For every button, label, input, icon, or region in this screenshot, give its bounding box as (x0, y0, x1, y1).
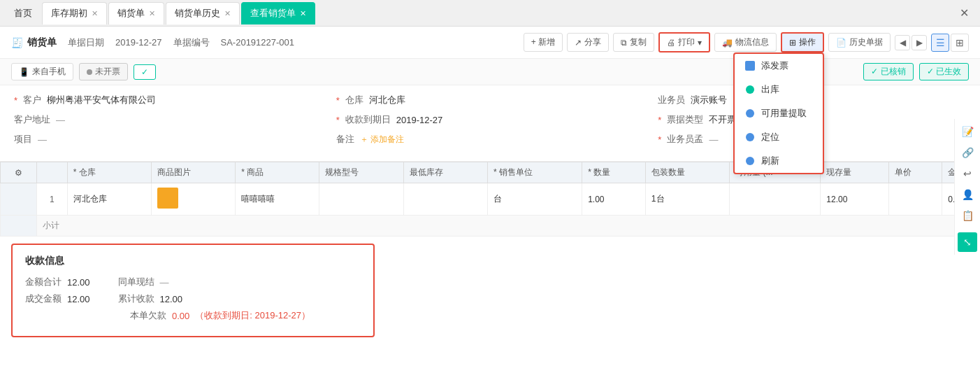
phone-icon: 📱 (19, 67, 29, 77)
tab-inventory-init[interactable]: 库存期初 ✕ (42, 2, 107, 24)
copy-button[interactable]: ⧉ 复制 (613, 33, 654, 52)
grid-view-button[interactable]: ⊞ (951, 34, 969, 52)
due-date-field: * 收款到期日 2019-12-27 (336, 113, 644, 126)
history-button[interactable]: 📄 历史单据 (828, 33, 891, 52)
cumulative-receipt-value: 12.00 (160, 294, 183, 304)
tab-sales-history-close[interactable]: ✕ (224, 9, 231, 18)
col-warehouse: * 仓库 (67, 162, 151, 183)
receipt-row-3: 本单欠款 0.00 （收款到期日: 2019-12-27） (25, 309, 361, 322)
right-sidebar: 📝 🔗 ↩ 👤 📋 ⤡ (954, 119, 980, 255)
col-product-img: 商品图片 (151, 162, 235, 183)
sidebar-icon-list[interactable]: 📋 (958, 206, 977, 225)
project-value: — (38, 134, 47, 145)
staff2-label: 业务员孟 (667, 133, 703, 146)
address-value: — (56, 115, 65, 125)
total-amount-value: 12.00 (67, 277, 90, 288)
doc-title-text: 销货单 (27, 36, 57, 49)
col-min-stock: 最低库存 (403, 162, 487, 183)
sidebar-icon-undo[interactable]: ↩ (958, 164, 977, 183)
sidebar-icon-expand[interactable]: ⤡ (958, 232, 977, 252)
tab-sales-history[interactable]: 销货单历史 ✕ (166, 2, 240, 24)
share-button[interactable]: ↗ 分享 (567, 33, 609, 52)
tab-sales-order[interactable]: 销货单 ✕ (108, 2, 164, 24)
staff-value: 演示账号 (691, 94, 727, 106)
tab-bar: 首页 库存期初 ✕ 销货单 ✕ 销货单历史 ✕ 查看销货单 ✕ ✕ (0, 0, 980, 27)
cumulative-receipt-label: 累计收款 (118, 293, 154, 305)
col-row-num (36, 162, 67, 183)
col-current-stock: 现存量 (821, 162, 889, 183)
tab-check-sales-label: 查看销货单 (250, 7, 296, 20)
sidebar-icon-link[interactable]: 🔗 (958, 143, 977, 162)
receipt-row-2: 成交金额 12.00 累计收款 12.00 (25, 293, 361, 305)
locate-label: 定位 (761, 131, 779, 143)
new-button[interactable]: + 新增 (524, 33, 563, 52)
list-view-button[interactable]: ☰ (931, 34, 949, 52)
current-arrears-field: 本单欠款 0.00 （收款到期日: 2019-12-27） (130, 309, 310, 322)
print-dropdown-arrow: ▾ (698, 38, 702, 48)
tab-home[interactable]: 首页 (6, 2, 41, 24)
row-num: 1 (36, 183, 67, 216)
customer-label: 客户 (23, 94, 41, 106)
plus-icon: ＋ (360, 134, 368, 146)
dropdown-refresh[interactable]: 刷新 (735, 149, 823, 173)
dropdown-add-invoice[interactable]: 添发票 (735, 54, 823, 78)
from-phone-button[interactable]: 📱 来自手机 (11, 63, 73, 80)
row-current-stock: 12.00 (821, 183, 889, 216)
warehouse-label: 仓库 (345, 94, 363, 106)
total-amount-label: 金额合计 (25, 276, 62, 288)
dropdown-available-qty[interactable]: 可用量提取 (735, 101, 823, 125)
add-note-button[interactable]: ＋ 添加备注 (360, 134, 404, 146)
print-button[interactable]: 🖨 打印 ▾ (658, 32, 710, 52)
prev-button[interactable]: ◀ (895, 35, 910, 50)
doc-date-label: 单据日期 (68, 36, 104, 49)
tab-check-sales-close[interactable]: ✕ (300, 9, 306, 18)
operations-icon: ⊞ (789, 38, 796, 48)
transaction-amount-label: 成交金额 (25, 293, 62, 305)
note-label: 备注 (336, 133, 354, 146)
logistics-button[interactable]: 🚚 物流信息 (714, 33, 777, 52)
due-date-note: （收款到期日: 2019-12-27） (195, 309, 310, 322)
tab-inventory-init-close[interactable]: ✕ (92, 9, 98, 18)
ticket-type-required: * (658, 115, 661, 125)
row-product: 嘻嘻嘻嘻 (236, 183, 319, 216)
col-quantity: * 数量 (582, 162, 646, 183)
ticket-type-value: 不开票 (709, 113, 736, 126)
due-date-required: * (336, 115, 340, 125)
doc-number-label: 单据编号 (173, 36, 210, 49)
transaction-amount-value: 12.00 (67, 294, 90, 304)
next-button[interactable]: ▶ (911, 35, 927, 50)
sidebar-icon-note[interactable]: 📝 (958, 122, 977, 141)
tab-home-label: 首页 (14, 7, 32, 20)
customer-required: * (14, 95, 17, 106)
tab-sales-history-label: 销货单历史 (175, 7, 220, 20)
refresh-label: 刷新 (761, 155, 779, 167)
current-arrears-value: 0.00 (172, 311, 189, 321)
operations-button[interactable]: ⊞ 操作 (781, 32, 824, 52)
project-field: 项目 — (14, 133, 322, 146)
dropdown-outbound[interactable]: 出库 (735, 78, 823, 101)
truck-icon: 🚚 (722, 38, 733, 48)
print-icon: 🖨 (667, 38, 675, 48)
col-spec: 规格型号 (319, 162, 403, 183)
tab-sales-order-label: 销货单 (117, 7, 145, 20)
subtotal-row: 小计 (1, 216, 980, 237)
tab-sales-order-close[interactable]: ✕ (149, 9, 155, 18)
col-unit-price: 单价 (889, 162, 942, 183)
row-pack-qty: 1台 (645, 183, 729, 216)
row-available (730, 183, 821, 216)
ticket-type-label: 票据类型 (667, 113, 703, 126)
confirm-button[interactable]: ✓ (134, 64, 156, 80)
due-date-label: 收款到期日 (345, 113, 391, 126)
row-quantity: 1.00 (582, 183, 646, 216)
col-sales-unit: * 销售单位 (488, 162, 582, 183)
share-icon: ↗ (575, 38, 582, 48)
sidebar-icon-user[interactable]: 👤 (958, 185, 977, 204)
window-close-button[interactable]: ✕ (954, 3, 974, 22)
subtotal-label: 小计 (36, 216, 979, 237)
same-order-value: — (160, 277, 169, 288)
receipt-row-1: 金额合计 12.00 同单现结 — (25, 276, 361, 288)
receipt-title: 收款信息 (25, 255, 361, 267)
tab-check-sales[interactable]: 查看销货单 ✕ (241, 2, 315, 24)
locate-icon (744, 132, 756, 143)
dropdown-locate[interactable]: 定位 (735, 125, 823, 149)
